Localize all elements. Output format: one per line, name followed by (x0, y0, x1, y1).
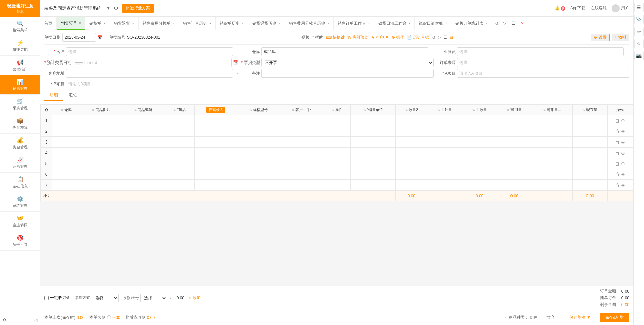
sort-icon[interactable]: ⇅ (292, 108, 294, 112)
sidebar-item-search[interactable]: 🔍 搜索菜单 (0, 17, 40, 36)
date-input[interactable] (62, 33, 96, 42)
tab-close-icon[interactable]: × (278, 22, 280, 25)
copy-icon[interactable]: ⊕ (621, 118, 625, 123)
sidebar-item-enterprise[interactable]: 🤝 企业协同 (0, 212, 40, 231)
row-customer-code[interactable] (279, 148, 323, 158)
tab-close-icon[interactable]: × (242, 22, 244, 25)
row-unit[interactable] (350, 115, 395, 126)
warehouse-input[interactable] (261, 47, 428, 56)
salesperson-input[interactable] (457, 47, 624, 56)
tab-next-icon[interactable]: ▷ (500, 17, 509, 30)
calendar-icon[interactable]: 📅 (98, 35, 103, 40)
sort-icon[interactable]: ⇅ (437, 108, 440, 112)
row-spec[interactable] (237, 158, 279, 169)
row-available[interactable] (497, 137, 532, 148)
sort-icon[interactable]: ⇅ (134, 108, 137, 112)
delete-icon[interactable]: 🗑 (615, 139, 620, 145)
row-scan[interactable] (195, 169, 237, 180)
tab-prev-icon[interactable]: ◁ (492, 17, 500, 30)
row-available[interactable] (497, 126, 532, 137)
tab-sales-order-hist[interactable]: 销售订单历史 × (179, 17, 216, 30)
tab-close-icon[interactable]: × (79, 21, 81, 25)
row-customer-code[interactable] (279, 137, 323, 148)
row-code[interactable] (122, 148, 164, 158)
row-image[interactable] (80, 126, 122, 137)
tab-return-hist[interactable]: 销货退货历史 × (248, 17, 285, 30)
tab-reconcile[interactable]: 钱货日清对账 × (415, 17, 451, 30)
one-click-label[interactable]: 一键收订金 (44, 295, 70, 301)
row-scan[interactable] (195, 115, 237, 126)
right-panel-icon-5[interactable]: 📷 (634, 51, 644, 60)
row-qty2[interactable] (395, 126, 427, 137)
row-available[interactable] (497, 180, 532, 191)
row-image[interactable] (80, 180, 122, 191)
row-code[interactable] (122, 115, 164, 126)
row-spec[interactable] (237, 148, 279, 158)
tab-order-workbench[interactable]: 销售订单工作台 × (334, 17, 374, 30)
row-main-qty[interactable] (462, 148, 497, 158)
preview-btn[interactable]: ○ 视频 (298, 35, 309, 40)
row-stock[interactable] (573, 148, 608, 158)
setting-btn[interactable]: ⚙ 设置 (591, 34, 609, 41)
row-main-unit[interactable] (427, 158, 462, 169)
row-scan[interactable] (195, 148, 237, 158)
nav-right-icon[interactable]: ▷ (438, 35, 441, 40)
salesperson-more-icon[interactable]: ··· (625, 49, 629, 54)
discard-btn[interactable]: 放弃 (541, 313, 560, 322)
tab-sales-invoice[interactable]: 销货单 × (85, 17, 110, 30)
row-available2[interactable] (532, 158, 572, 169)
draft-dropdown-icon[interactable]: ▼ (586, 315, 591, 320)
row-attr[interactable] (323, 137, 350, 148)
notification-icon[interactable]: 🔔 9 (555, 6, 565, 11)
delete-icon[interactable]: 🗑 (615, 118, 620, 123)
row-goods[interactable] (164, 126, 195, 137)
copy-icon[interactable]: ⊕ (621, 161, 625, 166)
delete-icon[interactable]: 🗑 (615, 182, 620, 188)
sidebar-item-system[interactable]: ⚙️ 系统管理 (0, 192, 40, 212)
row-unit[interactable] (350, 126, 395, 137)
row-code[interactable] (122, 126, 164, 137)
sidebar-item-nav[interactable]: ⚡ 快捷导航 (0, 36, 40, 56)
tab-daily-workbench[interactable]: 钱货日清工作台 × (374, 17, 415, 30)
sort-icon[interactable]: ⇅ (363, 108, 366, 112)
row-qty2[interactable] (395, 137, 427, 148)
row-unit[interactable] (350, 148, 395, 158)
row-image[interactable] (80, 115, 122, 126)
row-main-unit[interactable] (427, 126, 462, 137)
payment-select[interactable]: 选择... (92, 294, 119, 302)
row-unit[interactable] (350, 180, 395, 191)
account-more-icon[interactable]: ··· (168, 295, 173, 301)
tab-close-icon[interactable]: × (209, 22, 211, 25)
row-attr[interactable] (323, 158, 350, 169)
view-grid-icon[interactable]: ▦ (450, 35, 453, 40)
row-available2[interactable] (532, 115, 572, 126)
save-new-btn[interactable]: 保存&新增 (600, 313, 629, 322)
right-panel-icon-4[interactable]: ☆ (634, 39, 644, 48)
operation-btn[interactable]: ⊕ 操作 (392, 35, 404, 40)
row-code[interactable] (122, 158, 164, 169)
sort-icon[interactable]: ⇅ (507, 108, 509, 112)
tab-sales-order[interactable]: 销售订单 × (57, 17, 85, 30)
sort-icon[interactable]: ⇅ (543, 108, 546, 112)
row-main-qty[interactable] (462, 158, 497, 169)
tab-summary[interactable]: 汇总 (63, 90, 82, 101)
tab-close-icon[interactable]: × (327, 22, 329, 25)
row-attr[interactable] (323, 115, 350, 126)
row-spec[interactable] (237, 180, 279, 191)
tab-close-icon[interactable]: × (132, 22, 134, 25)
row-goods[interactable] (164, 180, 195, 191)
row-goods[interactable] (164, 158, 195, 169)
row-goods[interactable] (164, 169, 195, 180)
row-goods[interactable] (164, 148, 195, 158)
sort-icon[interactable]: ⇅ (173, 108, 176, 112)
delete-icon[interactable]: 🗑 (615, 161, 620, 166)
row-goods[interactable] (164, 115, 195, 126)
row-customer-code[interactable] (279, 115, 323, 126)
row-image[interactable] (80, 148, 122, 158)
tab-menu-icon[interactable]: ☰ (509, 17, 518, 30)
row-available[interactable] (497, 158, 532, 169)
row-available2[interactable] (532, 169, 572, 180)
row-main-unit[interactable] (427, 180, 462, 191)
copy-icon[interactable]: ⊕ (621, 172, 625, 177)
user-avatar[interactable]: 用户 (612, 4, 629, 12)
